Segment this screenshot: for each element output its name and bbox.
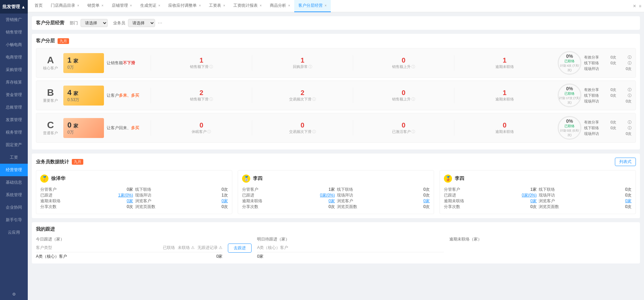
side-stat-row: 有效分享 0次 ⓘ xyxy=(584,55,631,60)
tab-store-mgmt[interactable]: 店铺管理 × xyxy=(108,0,136,12)
tier-a-stat-0[interactable]: 1 销售额下滑 ⓘ xyxy=(151,55,252,71)
tier-a-stat-1[interactable]: 1 回购异常 ⓘ xyxy=(252,55,353,71)
info-icon[interactable]: ⓘ xyxy=(312,97,316,102)
staff-stat-row: 已跟进 1家(0%) xyxy=(40,192,133,198)
tab-customer-tier[interactable]: 客户分层经营 × xyxy=(294,0,331,12)
tier-c-label: C 普通客户 xyxy=(40,120,61,136)
tab-close-icon[interactable]: × xyxy=(158,4,160,7)
tier-c-stat-0[interactable]: 0 休眠客户 ⓘ xyxy=(151,120,252,136)
info-icon[interactable]: ⓘ xyxy=(628,87,631,92)
staff-stat-row: 线下联络 0次 xyxy=(337,187,430,192)
overdue-col: 逾期未联络（家） xyxy=(449,236,636,245)
sidebar-item-kchz[interactable]: 库存核算 xyxy=(0,76,28,89)
staff-stat-row: 分管客户 1家 xyxy=(242,187,335,192)
tab-close-icon[interactable]: × xyxy=(130,4,132,7)
info-icon[interactable]: ⓘ xyxy=(628,61,631,66)
info-icon[interactable]: ⓘ xyxy=(628,120,631,125)
sidebar-item-yyy[interactable]: 云应用 xyxy=(0,226,28,239)
sidebar-item-jcxx[interactable]: 基础信息 xyxy=(0,176,28,189)
info-icon[interactable]: ⓘ xyxy=(209,97,213,102)
sidebar-item-dssgl[interactable]: 电商管理 xyxy=(0,51,28,64)
tier-c-stat-2[interactable]: 0 已激活客户 ⓘ xyxy=(353,120,454,136)
staff-card-2: 🥉 李四 分管客户 1家 已跟进 0家(0%) xyxy=(439,170,636,214)
info-icon[interactable]: ⓘ xyxy=(628,55,631,60)
tier-c-stat-1[interactable]: 0 交易频次下滑 ⓘ xyxy=(252,120,353,136)
tab-close-icon[interactable]: × xyxy=(102,4,104,7)
info-icon[interactable]: ⓘ xyxy=(209,64,213,69)
overdue-label: 逾期未联络（家） xyxy=(449,236,636,242)
tier-b-stat-3[interactable]: 1 逾期未联络 xyxy=(454,88,555,103)
list-view-button[interactable]: 列表式 xyxy=(615,158,636,166)
sidebar-item-jygl[interactable]: 经营管理 xyxy=(0,164,28,176)
tab-payroll-report[interactable]: 工资统计报表 × xyxy=(229,0,266,12)
more-filter-icon[interactable]: ··· xyxy=(158,20,162,26)
tab-menu-icon[interactable]: ≡ xyxy=(639,4,641,8)
tab-voucher[interactable]: 生成凭证 × xyxy=(136,0,165,12)
tab-close-icon[interactable]: × xyxy=(223,4,225,7)
tab-product-analysis[interactable]: 商品分析 × xyxy=(266,0,294,12)
sidebar-item-swgl[interactable]: 税务管理 xyxy=(0,126,28,139)
staff-stat-row: 已跟进 0家(0%) xyxy=(444,192,537,198)
tab-close-active-icon[interactable]: × xyxy=(325,4,327,7)
info-icon[interactable]: ⓘ xyxy=(308,64,312,69)
tab-store-products[interactable]: 门店商品目录 × xyxy=(47,0,83,12)
info-icon[interactable]: ⓘ xyxy=(411,97,415,102)
info-icon[interactable]: ⓘ xyxy=(411,64,415,69)
tier-b-stat-0[interactable]: 2 销售额下滑 ⓘ xyxy=(151,88,252,103)
tier-a-stat-3[interactable]: 1 逾期未联络 xyxy=(454,55,555,71)
sidebar-item-xdds[interactable]: 小畅电商 xyxy=(0,39,28,51)
tab-sales-order[interactable]: 销货单 × xyxy=(83,0,108,12)
info-icon[interactable]: ⓘ xyxy=(207,129,211,134)
tab-ar-ap[interactable]: 应收应付调整单 × xyxy=(164,0,205,12)
settings-button[interactable]: ⚙ xyxy=(0,289,28,300)
sidebar-item-cggl[interactable]: 采购管理 xyxy=(0,64,28,76)
info-icon[interactable]: ⓘ xyxy=(628,125,631,131)
staff-1-header: 🥈 李四 xyxy=(242,175,430,183)
sidebar-item-yxty[interactable]: 营销推广 xyxy=(0,14,28,26)
staff-select[interactable]: 请选择 xyxy=(128,19,155,27)
sidebar-brand[interactable]: 批发管理 ▲ xyxy=(0,0,28,14)
tab-close-icon[interactable]: × xyxy=(288,4,290,7)
staff-1-stats: 分管客户 1家 已跟进 0家(0%) 逾期未联络 0家 xyxy=(242,187,430,210)
tier-row-c: C 普通客户 0 家 0万 让客户回来、多买 0 xyxy=(36,113,636,143)
sidebar-item-fpgl[interactable]: 发票管理 xyxy=(0,114,28,126)
tab-payroll[interactable]: 工资表 × xyxy=(205,0,229,12)
sidebar-item-qyxt[interactable]: 企业协同 xyxy=(0,201,28,214)
staff-0-medal: 🥇 xyxy=(40,175,48,183)
sidebar-item-xsyd[interactable]: 新手引导 xyxy=(0,214,28,226)
sidebar-item-zjgl[interactable]: 资金管理 xyxy=(0,89,28,101)
tier-a-stat-1-label: 回购异常 ⓘ xyxy=(293,64,312,69)
tier-c-side-stats: 有效分享 0次 ⓘ 线下联络 0次 ⓘ 现场拜访 0次 xyxy=(584,120,631,136)
staff-stat-row: 分享次数 0次 xyxy=(242,204,335,210)
tier-c-stat-3[interactable]: 0 逾期未联络 xyxy=(454,120,555,136)
tab-actions: ✕ ≡ xyxy=(633,4,641,8)
dept-select[interactable]: 请选择 xyxy=(81,19,108,27)
sidebar-collapse-icon[interactable]: ▲ xyxy=(21,4,26,9)
tier-b-stat-1[interactable]: 2 交易频次下滑 ⓘ xyxy=(252,88,353,103)
tier-b-label: B 重要客户 xyxy=(40,88,61,103)
info-icon[interactable]: ⓘ xyxy=(628,93,631,98)
tab-home[interactable]: 首页 xyxy=(30,0,47,12)
sidebar-item-gdzy[interactable]: 固定资产 xyxy=(0,139,28,151)
info-icon[interactable]: ⓘ xyxy=(411,129,415,134)
staff-stat-row: 浏览客户 0家 xyxy=(135,198,228,204)
sidebar-item-gz[interactable]: 工资 xyxy=(0,151,28,164)
staff-stat-row: 浏览页面数 0次 xyxy=(337,204,430,210)
tab-close-icon[interactable]: × xyxy=(199,4,201,7)
tab-close-icon[interactable]: × xyxy=(260,4,262,7)
tab-close-all-icon[interactable]: ✕ xyxy=(633,4,636,8)
tier-c-grade: C xyxy=(40,120,61,130)
sidebar-item-zzgl[interactable]: 总账管理 xyxy=(0,101,28,114)
tier-section-header: 客户分层 九月 xyxy=(36,38,636,44)
tab-close-icon[interactable]: × xyxy=(77,4,79,7)
staff-1-name: 李四 xyxy=(253,176,262,182)
staff-label: 业务员 xyxy=(113,20,125,26)
sidebar-item-xsgl[interactable]: 销售管理 xyxy=(0,26,28,39)
follow-title: 我的跟进 xyxy=(36,226,636,232)
tier-a-side-stats: 有效分享 0次 ⓘ 线下联络 0次 ⓘ 现场拜访 0次 xyxy=(584,55,631,71)
go-follow-button[interactable]: 去跟进 xyxy=(228,244,252,253)
info-icon[interactable]: ⓘ xyxy=(312,129,316,134)
tier-b-stat-2[interactable]: 0 销售额上升 ⓘ xyxy=(353,88,454,103)
sidebar-item-xtgl[interactable]: 系统管理 xyxy=(0,189,28,201)
tier-a-stat-2[interactable]: 0 销售额上升 ⓘ xyxy=(353,55,454,71)
